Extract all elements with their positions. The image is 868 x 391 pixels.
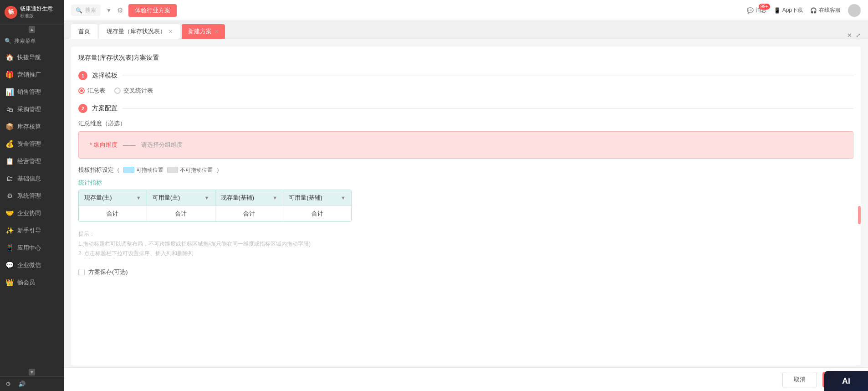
tab-home[interactable]: 首页 xyxy=(71,24,97,39)
tab-new-close[interactable]: ✕ xyxy=(214,24,219,39)
radio-summary[interactable]: 汇总表 xyxy=(78,87,105,95)
summary-dim-label: 汇总维度（必选） xyxy=(78,119,853,128)
movable-label: 可拖动位置 xyxy=(136,166,163,174)
settings-label-end: ） xyxy=(216,166,222,174)
topbar: 🔍 搜索 ▼ ⚙ 体验行业方案 💬 消息 99+ 📱 App下载 🎧 在线客服 xyxy=(64,0,868,21)
tab-inventory-status[interactable]: 现存量（库存状况表） ✕ xyxy=(99,24,180,39)
tab-inventory-close[interactable]: ✕ xyxy=(168,24,173,39)
sidebar-item-label: 快捷导航 xyxy=(17,53,41,62)
crown-icon: 👑 xyxy=(5,278,14,287)
radio-crosstab[interactable]: 交叉统计表 xyxy=(114,87,153,95)
phone-icon: 📱 xyxy=(774,7,781,14)
tab-new-label: 新建方案 xyxy=(188,24,212,39)
sidebar-scroll-down[interactable]: ▼ xyxy=(29,369,35,376)
save-checkbox-area: 方案保存(可选) xyxy=(78,268,853,276)
settings-icon[interactable]: ⚙ xyxy=(5,381,11,387)
content-area: 现存量(库存状况表)方案设置 1 选择模板 汇总表 交叉统计表 xyxy=(64,39,868,367)
sidebar-scroll-up[interactable]: ▲ xyxy=(29,26,35,33)
sidebar-item-system[interactable]: ⚙ 系统管理 xyxy=(0,187,64,205)
message-icon: 💬 xyxy=(747,7,754,14)
step1-label: 选择模板 xyxy=(92,72,117,80)
search-label: 搜索菜单 xyxy=(14,37,36,45)
search-dropdown[interactable]: ▼ xyxy=(106,7,112,14)
sidebar-item-label: 资金管理 xyxy=(17,140,41,148)
save-checkbox[interactable] xyxy=(78,269,85,275)
col-cell-1: 合计 xyxy=(147,206,215,221)
message-button[interactable]: 💬 消息 99+ xyxy=(747,6,766,14)
topbar-settings-icon[interactable]: ⚙ xyxy=(117,6,123,15)
sidebar-item-shortcut[interactable]: 🏠 快捷导航 xyxy=(0,49,64,66)
tip-2: 2. 点击标题栏下拉可设置排序、插入列和删除列 xyxy=(78,249,853,259)
trial-button[interactable]: 体验行业方案 xyxy=(128,4,177,17)
online-service-button[interactable]: 🎧 在线客服 xyxy=(810,6,841,14)
phone-icon: 📱 xyxy=(5,244,14,252)
step2-label: 方案配置 xyxy=(92,104,117,113)
sidebar-item-wechat[interactable]: 💬 企业微信 xyxy=(0,257,64,274)
settings-label-text: 模板指标设定（ xyxy=(78,166,120,174)
sidebar-item-label: 营销推广 xyxy=(17,71,41,79)
ai-float-button[interactable]: Ai xyxy=(824,371,868,391)
template-settings-label: 模板指标设定（ 可拖动位置 不可拖动位置 ） xyxy=(78,166,853,174)
expand-window-icon[interactable]: ⤢ xyxy=(856,32,861,39)
window-controls: ✕ ⤢ xyxy=(847,32,861,39)
sidebar-item-basic[interactable]: 🗂 基础信息 xyxy=(0,170,64,187)
online-service-label: 在线客服 xyxy=(819,6,841,14)
chevron-down-icon-0: ▼ xyxy=(136,195,141,201)
dimension-box[interactable]: * 纵向维度 —— 请选择分组维度 xyxy=(78,131,853,159)
vertical-dim-label: * 纵向维度 xyxy=(90,141,117,149)
sidebar-item-purchase[interactable]: 🛍 采购管理 xyxy=(0,101,64,118)
sidebar-item-label: 畅会员 xyxy=(17,278,35,287)
sidebar-item-label: 企业协同 xyxy=(17,209,41,217)
col-label-1: 可用量(主) xyxy=(153,194,180,202)
sidebar-item-newuser[interactable]: ✨ 新手引导 xyxy=(0,222,64,239)
sidebar-item-finance[interactable]: 💰 资金管理 xyxy=(0,135,64,153)
ai-float-label: Ai xyxy=(842,376,850,386)
sidebar-item-sales[interactable]: 📊 销售管理 xyxy=(0,83,64,101)
col-header-0[interactable]: 现存量(主) ▼ xyxy=(79,190,147,206)
headset-icon: 🎧 xyxy=(810,7,817,14)
step2-badge: 2 xyxy=(78,104,87,113)
sidebar-item-appcenter[interactable]: 📱 应用中心 xyxy=(0,239,64,257)
radio-crosstab-label: 交叉统计表 xyxy=(123,87,153,95)
cancel-button[interactable]: 取消 xyxy=(782,372,817,387)
radio-crosstab-dot xyxy=(114,87,121,94)
col-label-3: 可用量(基辅) xyxy=(289,194,322,202)
legend-movable: 可拖动位置 xyxy=(123,166,163,174)
app-download-button[interactable]: 📱 App下载 xyxy=(774,6,803,14)
stats-table-row: 合计 合计 合计 合计 xyxy=(79,206,351,221)
sidebar-item-label: 经营管理 xyxy=(17,157,41,165)
tabbar: 首页 现存量（库存状况表） ✕ 新建方案 ✕ ✕ ⤢ xyxy=(64,21,868,39)
template-settings: 模板指标设定（ 可拖动位置 不可拖动位置 ） 统计指标 xyxy=(78,166,853,259)
step1-badge: 1 xyxy=(78,71,87,80)
user-avatar[interactable] xyxy=(848,4,861,17)
sidebar-search[interactable]: 🔍 搜索菜单 xyxy=(0,34,64,49)
sidebar-item-member[interactable]: 👑 畅会员 xyxy=(0,274,64,291)
sidebar-item-inventory[interactable]: 📦 库存核算 xyxy=(0,118,64,135)
bottom-bar: 取消 查询 xyxy=(64,367,868,391)
stats-title: 统计指标 xyxy=(78,179,853,187)
clipboard-icon: 📋 xyxy=(5,157,14,165)
col-label-2: 现存量(基辅) xyxy=(221,194,255,202)
sidebar-item-label: 新手引导 xyxy=(17,226,41,235)
logo-icon: 畅 xyxy=(5,6,17,19)
sidebar-item-marketing[interactable]: 🎁 营销推广 xyxy=(0,66,64,83)
sidebar-item-contract[interactable]: 🤝 企业协同 xyxy=(0,205,64,222)
sidebar-item-operations[interactable]: 📋 经营管理 xyxy=(0,153,64,170)
col-cell-3: 合计 xyxy=(283,206,351,221)
tab-new-plan[interactable]: 新建方案 ✕ xyxy=(182,24,225,39)
col-header-1[interactable]: 可用量(主) ▼ xyxy=(147,190,215,206)
box-icon: 📦 xyxy=(5,123,14,131)
app-name: 畅康通好生意 xyxy=(20,5,53,13)
col-header-2[interactable]: 现存量(基辅) ▼ xyxy=(215,190,284,206)
sidebar: 畅 畅康通好生意 标准版 ▲ 🔍 搜索菜单 🏠 快捷导航 🎁 营销推广 📊 销售… xyxy=(0,0,64,391)
tips-area: 提示： 1.拖动标题栏可以调整布局，不可跨维度或指标区域拖动(只能在同一维度或指… xyxy=(78,229,853,259)
stats-table-header: 现存量(主) ▼ 可用量(主) ▼ 现存量(基辅) ▼ xyxy=(79,190,351,206)
close-window-icon[interactable]: ✕ xyxy=(847,32,852,39)
folder-icon: 🗂 xyxy=(5,175,14,183)
speaker-icon[interactable]: 🔊 xyxy=(18,381,26,387)
col-header-3[interactable]: 可用量(基辅) ▼ xyxy=(283,190,351,206)
search-area[interactable]: 🔍 搜索 xyxy=(71,5,101,16)
scroll-indicator xyxy=(858,206,861,224)
sidebar-nav: 🏠 快捷导航 🎁 营销推广 📊 销售管理 🛍 采购管理 📦 库存核算 💰 资金管… xyxy=(0,49,64,368)
tip-1: 1.拖动标题栏可以调整布局，不可跨维度或指标区域拖动(只能在同一维度或指标区域内… xyxy=(78,239,853,249)
